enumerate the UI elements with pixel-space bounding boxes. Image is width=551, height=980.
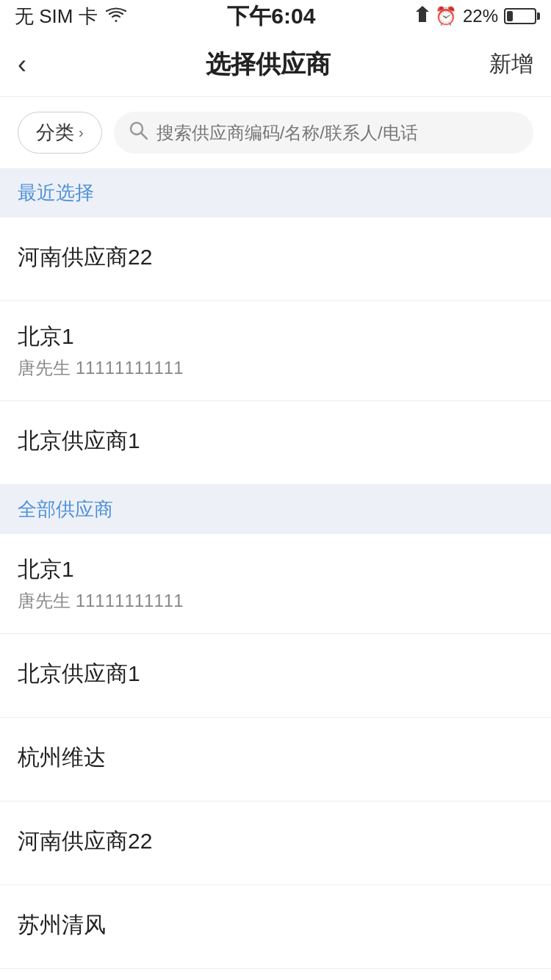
back-button[interactable]: ‹ bbox=[18, 49, 62, 80]
nav-bar: ‹ 选择供应商 新增 bbox=[0, 32, 551, 97]
item-sub: 唐先生 11111111111 bbox=[18, 589, 533, 613]
battery-percent: 22% bbox=[463, 6, 498, 26]
search-icon bbox=[129, 120, 148, 145]
svg-line-1 bbox=[141, 133, 147, 139]
list-item[interactable]: 河南供应商22 bbox=[0, 217, 551, 301]
list-item[interactable]: 苏州清风 bbox=[0, 885, 551, 969]
status-time: 下午6:04 bbox=[227, 1, 315, 32]
item-name: 杭州维达 bbox=[18, 743, 533, 773]
list-item[interactable]: 北京1唐先生 11111111111 bbox=[0, 301, 551, 401]
page-title: 选择供应商 bbox=[206, 48, 331, 82]
list-item[interactable]: 河南供应商22 bbox=[0, 801, 551, 885]
list-item[interactable]: 北京1唐先生 11111111111 bbox=[0, 534, 551, 634]
item-name: 苏州清风 bbox=[18, 910, 533, 940]
add-button[interactable]: 新增 bbox=[475, 49, 533, 79]
recent-section-header: 最近选择 bbox=[0, 168, 551, 217]
alarm-icon: ⏰ bbox=[435, 6, 457, 26]
item-name: 北京1 bbox=[18, 322, 533, 352]
list-item[interactable]: 杭州维达 bbox=[0, 718, 551, 801]
status-right: ⏰ 22% bbox=[416, 6, 536, 26]
all-section-header: 全部供应商 bbox=[0, 485, 551, 534]
category-label: 分类 bbox=[36, 120, 74, 145]
category-button[interactable]: 分类 › bbox=[18, 112, 102, 154]
sim-label: 无 SIM 卡 bbox=[15, 4, 98, 29]
item-name: 北京供应商1 bbox=[18, 426, 533, 456]
item-name: 北京供应商1 bbox=[18, 659, 533, 689]
list-item[interactable]: 北京供应商1 bbox=[0, 634, 551, 718]
status-bar: 无 SIM 卡 下午6:04 ⏰ 22% bbox=[0, 0, 551, 32]
list-item[interactable]: 北京供应商1 bbox=[0, 401, 551, 485]
item-name: 河南供应商22 bbox=[18, 242, 533, 273]
status-left: 无 SIM 卡 bbox=[15, 4, 127, 29]
item-name: 河南供应商22 bbox=[18, 826, 533, 857]
search-box bbox=[114, 112, 533, 154]
filter-bar: 分类 › bbox=[0, 97, 551, 168]
search-input[interactable] bbox=[156, 123, 519, 143]
chevron-right-icon: › bbox=[79, 124, 84, 141]
recent-list: 河南供应商22北京1唐先生 11111111111北京供应商1 bbox=[0, 217, 551, 485]
battery-icon bbox=[504, 8, 536, 24]
item-sub: 唐先生 11111111111 bbox=[18, 356, 533, 380]
wifi-icon bbox=[105, 5, 127, 28]
location-icon bbox=[416, 6, 429, 26]
item-name: 北京1 bbox=[18, 555, 533, 585]
all-list: 北京1唐先生 11111111111北京供应商1杭州维达河南供应商22苏州清风 bbox=[0, 534, 551, 969]
